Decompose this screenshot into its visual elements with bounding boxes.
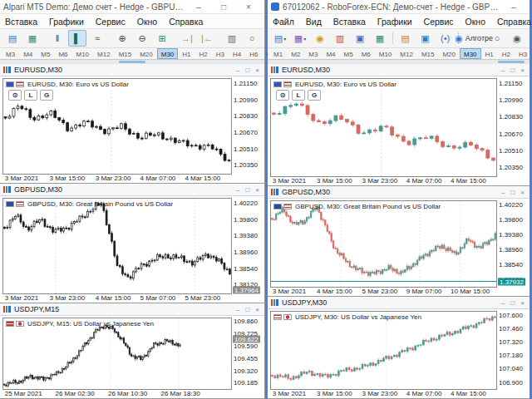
timeframe-m5[interactable]: M5 — [37, 48, 54, 59]
minimize-button[interactable]: – — [501, 1, 526, 13]
line-chart-button[interactable]: ≈ — [88, 30, 106, 47]
terminal-button[interactable]: ▣ — [416, 30, 435, 47]
signals-button[interactable]: (•) — [436, 30, 455, 47]
timeframe-h3[interactable]: H3 — [515, 48, 531, 59]
chart-window-titlebar[interactable]: GBPUSD,M30–□× — [0, 184, 264, 196]
timeframe-m15[interactable]: M15 — [417, 48, 439, 59]
timeframe-m4[interactable]: M4 — [19, 48, 37, 59]
zoom-out-button[interactable]: ⊖ — [133, 30, 151, 47]
chart-close-button[interactable]: × — [255, 306, 259, 313]
search-button[interactable]: ○ — [243, 30, 261, 47]
chart-close-button[interactable]: × — [255, 66, 259, 74]
data-window-button[interactable]: ▣ — [351, 30, 369, 47]
menu-item[interactable]: Сервис — [424, 17, 454, 27]
minimize-button[interactable]: – — [186, 1, 211, 13]
chart-maximize-button[interactable]: □ — [245, 186, 249, 194]
chart-window-titlebar[interactable]: USDJPY,M15–□× — [0, 303, 264, 316]
menu-item[interactable]: Вставка — [333, 17, 366, 27]
timeframe-m30[interactable]: M30 — [460, 48, 481, 59]
timeframe-h6[interactable]: H6 — [245, 48, 262, 59]
chart-window-titlebar[interactable]: GBPUSD,M30–□× — [268, 186, 530, 199]
timeframe-m2[interactable]: M2 — [287, 48, 304, 59]
chart-minimize-button[interactable]: – — [236, 66, 239, 74]
timeframe-h1[interactable]: H1 — [178, 48, 195, 59]
timeframe-m4[interactable]: M4 — [322, 48, 339, 59]
chart-maximize-button[interactable]: □ — [245, 66, 249, 74]
scroll-thumb[interactable] — [498, 61, 525, 63]
chart-plot[interactable]: GBPUSD, M30: Great Britain Pound vs US D… — [2, 198, 232, 294]
titlebar[interactable]: Alpari MT5 Demo: Демо счет - Hedge - GBP… — [0, 0, 264, 14]
maximize-button[interactable]: □ — [211, 1, 236, 13]
timeframe-m12[interactable]: M12 — [396, 48, 417, 59]
new-chart-button[interactable]: ▦ — [371, 30, 389, 47]
timeframe-m30[interactable]: M30 — [157, 48, 179, 59]
timeframe-m3[interactable]: M3 — [2, 48, 19, 59]
scroll-thumb[interactable] — [119, 61, 145, 63]
chart-close-button[interactable]: × — [255, 186, 259, 194]
close-button[interactable]: × — [236, 1, 261, 13]
menu-item[interactable]: Справка — [497, 17, 531, 27]
candles-chart-button[interactable]: ▌ — [68, 30, 86, 47]
docs-button[interactable]: ▤ — [397, 30, 415, 47]
chart-maximize-button[interactable]: □ — [245, 306, 249, 313]
timeframe-m5[interactable]: M5 — [340, 48, 357, 59]
timeframe-h2[interactable]: H2 — [498, 48, 515, 59]
new-chart-button[interactable]: ▤ — [3, 30, 22, 47]
mdi-scrollbar[interactable] — [268, 60, 530, 64]
chart-minimize-button[interactable]: – — [501, 299, 505, 307]
chart-close-button[interactable]: × — [520, 66, 525, 74]
auto-scroll-button[interactable]: |← — [198, 30, 216, 47]
zoom-in-button[interactable]: ⊕ — [113, 30, 131, 47]
chart-window-titlebar[interactable]: USDJPY,M30–□× — [268, 297, 530, 309]
chart-plot[interactable]: USDJPY, M15: US Dollar vs Japanese Yen — [2, 318, 232, 390]
chart-maximize-button[interactable]: □ — [510, 189, 515, 196]
clock-icon[interactable]: ⊙ — [276, 90, 289, 101]
chart-maximize-button[interactable]: □ — [510, 66, 515, 74]
market-watch-button[interactable]: ▥ — [331, 30, 349, 47]
timeframe-m10[interactable]: M10 — [72, 48, 94, 59]
timeframe-m3[interactable]: M3 — [304, 48, 322, 59]
chart-minimize-button[interactable]: – — [501, 66, 505, 74]
tick-chart-button[interactable]: ▦ — [23, 30, 42, 47]
menu-item[interactable]: Графики — [377, 17, 412, 27]
menu-item[interactable]: Файл — [273, 17, 294, 27]
l-button[interactable]: L — [24, 90, 37, 101]
menu-item[interactable]: Сервис — [96, 17, 126, 27]
timeframe-h3[interactable]: H3 — [212, 48, 229, 59]
timeframe-m15[interactable]: M15 — [115, 48, 136, 59]
g-button[interactable]: G — [40, 90, 53, 101]
algo-trading-button[interactable]: ◉Алготре — [461, 30, 486, 47]
timeframe-m20[interactable]: M20 — [135, 48, 157, 59]
menu-item[interactable]: Окно — [137, 17, 157, 27]
timeframe-m6[interactable]: M6 — [54, 48, 71, 59]
timeframe-m1[interactable]: M1 — [269, 48, 287, 59]
mdi-scrollbar[interactable] — [0, 60, 264, 64]
chart-plot[interactable]: EURUSD, M30: Euro vs US Dollar⊙LG — [2, 78, 232, 175]
chart-close-button[interactable]: × — [520, 189, 525, 196]
chart-plot[interactable]: EURUSD, M30: Euro vs US Dollar⊙LG — [270, 78, 497, 177]
timeframe-m12[interactable]: M12 — [93, 48, 115, 59]
l-button[interactable]: L — [292, 90, 305, 101]
menu-item[interactable]: Вставка — [5, 17, 37, 27]
chart-plot[interactable]: GBPUSD, M30: Great Britain Pound vs US D… — [270, 200, 497, 288]
timeframe-m20[interactable]: M20 — [438, 48, 460, 59]
menu-item[interactable]: Окно — [466, 17, 485, 27]
chart-window-titlebar[interactable]: EURUSD,M30–□× — [0, 64, 264, 76]
timeframe-m6[interactable]: M6 — [357, 48, 375, 59]
titlebar[interactable]: 67012062 - RoboForex-ECN: Демо-счет - He… — [268, 0, 530, 14]
chart-minimize-button[interactable]: – — [236, 306, 239, 313]
chart-plot[interactable]: USDJPY, M30: US Dollar vs Japanese Yen — [270, 311, 497, 390]
menu-item[interactable]: Вид — [306, 17, 322, 27]
timeframe-m10[interactable]: M10 — [375, 48, 397, 59]
chart-minimize-button[interactable]: – — [501, 189, 505, 196]
timeframe-h2[interactable]: H2 — [195, 48, 212, 59]
new-order-button[interactable]: ▤▾ — [271, 30, 289, 47]
scroll-to-end-button[interactable]: →| — [178, 30, 196, 47]
chart-minimize-button[interactable]: – — [236, 186, 239, 194]
profiles-button[interactable]: ▦▾ — [291, 30, 309, 47]
chart-maximize-button[interactable]: □ — [510, 299, 515, 307]
chart-window-titlebar[interactable]: EURUSD,M30–□× — [268, 64, 530, 76]
tile-windows-button[interactable]: ⊞ — [153, 30, 171, 47]
chart-close-button[interactable]: × — [520, 299, 525, 307]
menu-item[interactable]: Графики — [49, 17, 84, 27]
